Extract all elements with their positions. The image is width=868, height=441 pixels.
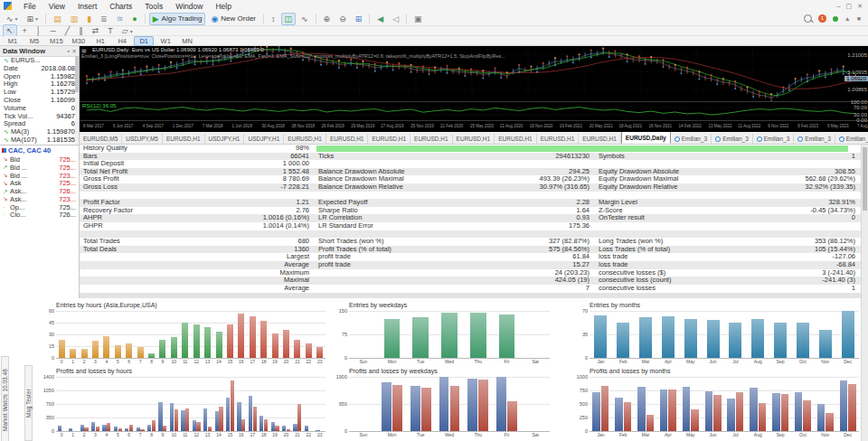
menu-insert[interactable]: Insert (71, 2, 103, 11)
window-maximize-button[interactable]: ▢ (846, 3, 853, 10)
report-vertical-scrollbar[interactable] (861, 145, 868, 441)
stats-value: -7 228.21 (215, 183, 315, 192)
market-watch-vertical-tab[interactable]: Market Watch: 10.03.46 (1, 356, 9, 441)
market-watch-symbol[interactable]: CAC, CAC 40 (0, 145, 79, 155)
chart-tab-eurusd-h1[interactable]: EURUSD,H1 (579, 134, 621, 144)
timeframe-m1[interactable]: M1 (3, 36, 23, 46)
lock-button[interactable]: ▮ (83, 13, 95, 25)
shapes-tool[interactable]: ▱▾ (118, 24, 137, 37)
menu-tools[interactable]: Tools (138, 2, 169, 11)
vertical-line-tool[interactable]: │ (33, 24, 45, 37)
market-watch-row[interactable]: ·Op...725... (0, 203, 79, 211)
trendline-tool[interactable]: ╱ (61, 24, 73, 37)
zoom-in-button[interactable]: ⊕ (320, 13, 335, 25)
market-watch-row[interactable]: ·Clo...726... (0, 211, 79, 220)
x-axis-label: Feb (619, 359, 627, 364)
chart-tab-emilian-3[interactable]: Emilian_3 (712, 134, 753, 144)
chart-tab-emilian-3[interactable]: Emilian_3 (794, 134, 835, 144)
market-watch-row[interactable]: ↘Ask725... (0, 179, 79, 187)
timeframe-h4[interactable]: H4 (112, 36, 132, 46)
cloud-button[interactable]: ≋ (113, 13, 127, 25)
text-tool[interactable]: T (104, 24, 117, 37)
search-icon[interactable] (804, 14, 812, 23)
settings-icon[interactable]: ■ (857, 15, 861, 22)
chart-tab-emilian-3[interactable]: Emilian_3 (835, 134, 868, 144)
new-order-button[interactable]: ◉New Order (207, 13, 259, 25)
tick-chart-button[interactable]: ∿ (297, 13, 312, 25)
menu-view[interactable]: View (42, 2, 71, 11)
chart-tab-eurusd-h1[interactable]: EURUSD,H1 (495, 134, 537, 144)
chart-tab-usdjpy-m5[interactable]: USDJPY,M5 (122, 134, 163, 144)
chart-tab-eurusd-h1[interactable]: EURUSD,H1 (284, 134, 326, 144)
algo-trading-button[interactable]: ▶Algo Trading (149, 13, 206, 25)
x-axis-label: 6 (127, 359, 130, 364)
chart-tab-eurusd-h1[interactable]: EURUSD,H1 (537, 134, 580, 144)
chart-tab-emilian-3[interactable]: Emilian_3 (671, 134, 712, 144)
market-watch-field-value: 725... (59, 164, 76, 172)
notification-badge[interactable]: 1 (818, 14, 826, 23)
window-minimize-button[interactable]: – (837, 3, 841, 10)
timeframe-h1[interactable]: H1 (90, 36, 110, 46)
chart-tab-eurusd-h1[interactable]: EURUSD,H1 (410, 134, 453, 144)
panel-toggle-icon[interactable]: ▲ (844, 15, 851, 22)
chart-tab-eurusd-h1[interactable]: EURUSD,H1 (326, 134, 369, 144)
crosshair-tool[interactable]: + (19, 24, 31, 37)
menu-file[interactable]: File (17, 2, 42, 11)
menu-window[interactable]: Window (169, 2, 209, 11)
sound-off-button[interactable]: ◁ (389, 13, 402, 25)
y-axis-label: 1400 (41, 374, 54, 380)
price-chart-area[interactable]: ▦ EURUSD,Daily: Euro vs US Dollar 1.0690… (80, 46, 868, 132)
chart-tab-eurusd-h1[interactable]: EURUSD,H1 (368, 134, 410, 144)
dropdown-arrow-icon: ▾ (130, 28, 133, 34)
pin-icon[interactable]: ▪ (67, 48, 69, 54)
chart-shift-button[interactable]: ↕ (268, 13, 279, 25)
text-icon: T (108, 25, 113, 36)
data-window-scrollbar[interactable] (75, 56, 79, 145)
horizontal-line-tool[interactable]: ─ (46, 24, 59, 37)
chart-tab-eurusd-h1[interactable]: EURUSD,H1 (453, 134, 495, 144)
chart-type-button[interactable]: ∿▾ (3, 13, 22, 25)
market-watch-row[interactable]: ↘Bid725... (0, 155, 79, 164)
down-arrow-icon: ↘ (3, 155, 10, 163)
timeframe-mn[interactable]: MN (177, 36, 197, 46)
market-watch-row[interactable]: ↗Bid ...725... (0, 164, 79, 172)
data-window-toggle-button[interactable]: ◫ (281, 13, 297, 25)
x-axis-label: 5 (117, 432, 119, 437)
chart-tab-usdjpy-h1[interactable]: USDJPY,H1 (205, 134, 245, 144)
metaeditor-button[interactable]: ▤ (50, 13, 65, 25)
chart-tab-eurusd-daily[interactable]: EURUSD,Daily (621, 132, 671, 144)
zoom-out-button[interactable]: ⊖ (335, 13, 350, 25)
cursor-tool[interactable]: ↖ (3, 24, 17, 37)
market-watch-row[interactable]: ↘Bid ...723... (0, 172, 79, 180)
market-watch-row[interactable]: ↗Ask...726... (0, 187, 79, 195)
chart-tab-emilian-3[interactable]: Emilian_3 (753, 134, 795, 144)
channel-tool[interactable]: ∥ (75, 24, 87, 37)
loss-bar (118, 428, 122, 431)
community-button[interactable]: ● (128, 13, 140, 25)
timeframe-m30[interactable]: M30 (69, 36, 90, 46)
menu-charts[interactable]: Charts (103, 2, 138, 11)
menu-help[interactable]: Help (209, 2, 237, 11)
screenshot-button[interactable]: ▣ (410, 13, 426, 25)
market-watch-row[interactable]: ↘Ask...723... (0, 195, 79, 203)
equidistant-channel-tool[interactable]: ⇄ (89, 24, 103, 37)
market-depth-button[interactable]: ▥ (67, 13, 82, 25)
timeframe-w1[interactable]: W1 (156, 36, 175, 46)
tester-vertical-tab[interactable]: Msg Tester (24, 365, 33, 441)
window-layout-button[interactable]: ⊞▾ (24, 13, 42, 25)
history-center-button[interactable]: ≣ (97, 13, 111, 25)
sound-on-button[interactable]: ◀ (373, 13, 387, 25)
stats-row: Total Net Profit1 552.48Balance Drawdown… (80, 168, 861, 176)
chart-tabs-bar: EURUSD,M5USDJPY,M5EURUSD,H1USDJPY,H1USDJ… (80, 132, 868, 145)
chart-tab-eurusd-h1[interactable]: EURUSD,H1 (163, 134, 205, 144)
chart-tab-usdjpy-h1[interactable]: USDJPY,H1 (244, 134, 284, 144)
timeframe-m5[interactable]: M5 (24, 36, 44, 46)
timeframe-d1[interactable]: D1 (134, 36, 154, 46)
chart-tab-eurusd-m5[interactable]: EURUSD,M5 (80, 134, 122, 144)
chart-date-label: 28 Nov 2018 (291, 124, 315, 128)
window-close-button[interactable]: ✕ (857, 3, 863, 10)
trendline-icon: ╱ (65, 25, 70, 36)
close-icon[interactable]: × (72, 48, 76, 54)
grid-button[interactable]: ⊞ (352, 13, 366, 25)
timeframe-m15[interactable]: M15 (46, 36, 67, 46)
